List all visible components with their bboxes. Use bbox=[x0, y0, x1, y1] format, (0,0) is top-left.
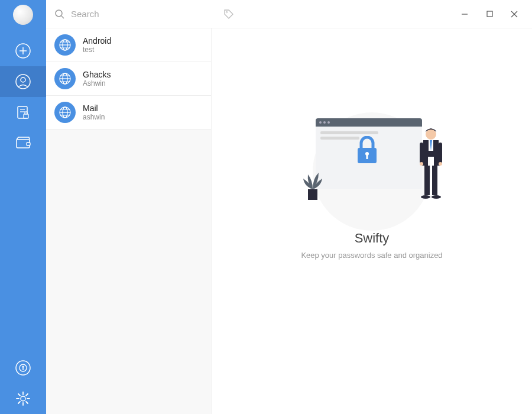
entry-title: Mail bbox=[83, 104, 105, 113]
note-lock-icon bbox=[15, 105, 31, 120]
minimize-button[interactable] bbox=[460, 9, 469, 19]
sidebar-logins-button[interactable] bbox=[0, 66, 46, 97]
wallet-icon bbox=[15, 136, 31, 150]
list-item[interactable]: Ghacks Ashwin bbox=[46, 62, 211, 96]
svg-rect-8 bbox=[24, 114, 28, 118]
plus-circle-icon bbox=[15, 43, 31, 59]
svg-rect-43 bbox=[424, 166, 430, 195]
close-button[interactable] bbox=[510, 9, 519, 19]
globe-icon bbox=[54, 102, 76, 123]
tag-icon bbox=[223, 9, 234, 20]
entry-subtitle: Ashwin bbox=[83, 79, 111, 88]
search-input[interactable] bbox=[71, 9, 201, 19]
globe-icon bbox=[54, 34, 76, 56]
svg-point-18 bbox=[226, 11, 227, 12]
close-icon bbox=[511, 11, 518, 18]
svg-rect-40 bbox=[366, 154, 368, 159]
svg-rect-44 bbox=[432, 166, 437, 195]
person-icon bbox=[416, 127, 446, 204]
empty-subtitle: Keep your passwords safe and organized bbox=[301, 251, 442, 260]
svg-point-15 bbox=[21, 396, 25, 401]
svg-point-49 bbox=[420, 162, 423, 166]
detail-panel: Swifty Keep your passwords safe and orga… bbox=[212, 28, 532, 414]
plant-icon bbox=[301, 166, 325, 201]
lock-icon bbox=[354, 136, 380, 166]
svg-rect-10 bbox=[27, 143, 30, 145]
entry-title: Ghacks bbox=[83, 70, 111, 79]
svg-rect-48 bbox=[439, 143, 442, 163]
list-item[interactable]: Mail ashwin bbox=[46, 96, 211, 130]
tag-button[interactable] bbox=[223, 9, 247, 20]
app-logo bbox=[13, 5, 33, 25]
sidebar-settings-button[interactable] bbox=[0, 383, 46, 414]
entry-subtitle: ashwin bbox=[83, 113, 105, 121]
globe-icon bbox=[54, 68, 76, 89]
window-controls bbox=[460, 9, 526, 19]
person-circle-icon bbox=[15, 73, 31, 90]
topbar bbox=[46, 0, 532, 28]
svg-point-16 bbox=[56, 10, 62, 17]
sidebar-notes-button[interactable] bbox=[0, 97, 46, 128]
empty-title: Swifty bbox=[355, 231, 390, 246]
svg-rect-47 bbox=[420, 143, 423, 163]
sidebar-add-button[interactable] bbox=[0, 35, 46, 66]
maximize-button[interactable] bbox=[485, 9, 494, 19]
main-area: Android test Ghacks Ashwin Mail bbox=[46, 0, 532, 414]
svg-rect-20 bbox=[487, 11, 492, 17]
search-field[interactable] bbox=[54, 9, 220, 20]
entries-list: Android test Ghacks Ashwin Mail bbox=[46, 28, 212, 414]
svg-point-4 bbox=[21, 77, 25, 82]
sidebar-vault-button[interactable] bbox=[0, 352, 46, 383]
svg-line-17 bbox=[61, 16, 64, 18]
empty-illustration bbox=[295, 112, 449, 219]
sidebar-cards-button[interactable] bbox=[0, 128, 46, 159]
minimize-icon bbox=[461, 11, 468, 18]
content: Android test Ghacks Ashwin Mail bbox=[46, 28, 532, 414]
svg-point-45 bbox=[421, 195, 430, 199]
entry-subtitle: test bbox=[83, 46, 111, 54]
svg-rect-51 bbox=[308, 189, 317, 200]
entry-title: Android bbox=[83, 36, 111, 46]
sidebar bbox=[0, 0, 46, 414]
svg-point-46 bbox=[432, 195, 441, 199]
maximize-icon bbox=[486, 11, 493, 17]
vault-icon bbox=[15, 360, 31, 376]
svg-point-50 bbox=[439, 162, 442, 166]
search-icon bbox=[54, 9, 65, 20]
list-item[interactable]: Android test bbox=[46, 28, 211, 62]
gear-icon bbox=[15, 390, 31, 407]
